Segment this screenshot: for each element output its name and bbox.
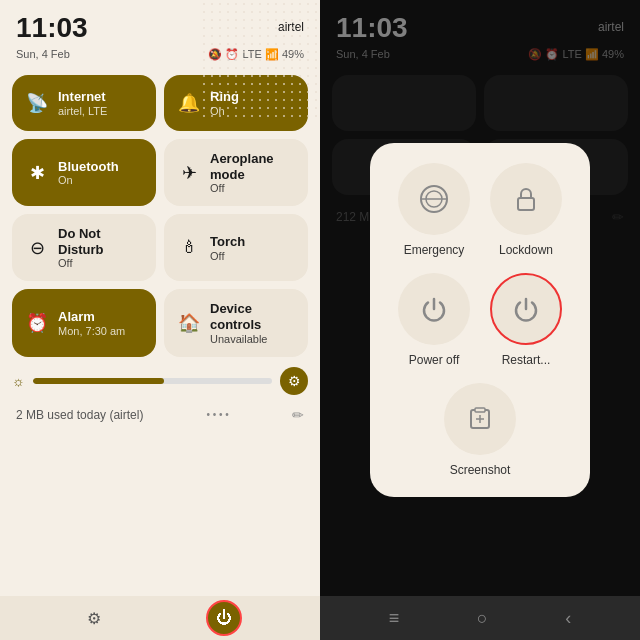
power-menu: Emergency Lockdown	[370, 143, 590, 497]
brightness-icon: ☼	[12, 373, 25, 389]
quick-tiles: 📡 Internet airtel, LTE 🔔 Ring On ✱ Bluet…	[0, 69, 320, 363]
screenshot-label: Screenshot	[450, 463, 511, 477]
tile-alarm-title: Alarm	[58, 309, 125, 325]
aeroplane-icon: ✈	[178, 162, 200, 184]
emergency-circle	[398, 163, 470, 235]
left-status-icons: 🔕 ⏰ LTE 📶 49%	[208, 48, 304, 61]
left-settings-button[interactable]: ⚙	[79, 603, 109, 633]
left-bottom-nav: ⚙ ⏻	[0, 596, 320, 640]
tile-aeroplane[interactable]: ✈ Aeroplane mode Off	[164, 139, 308, 206]
data-usage-row: 2 MB used today (airtel) • • • • ✏	[0, 399, 320, 431]
right-back-icon[interactable]: ‹	[565, 608, 571, 629]
lockdown-circle	[490, 163, 562, 235]
bluetooth-icon: ✱	[26, 162, 48, 184]
svg-rect-5	[475, 408, 485, 412]
brightness-row: ☼ ⚙	[0, 363, 320, 399]
tile-bluetooth-title: Bluetooth	[58, 159, 119, 175]
lockdown-label: Lockdown	[499, 243, 553, 257]
power-menu-overlay: Emergency Lockdown	[320, 0, 640, 640]
left-power-button[interactable]: ⏻	[206, 600, 242, 636]
alarm-icon: ⏰	[26, 312, 48, 334]
tile-bluetooth[interactable]: ✱ Bluetooth On	[12, 139, 156, 206]
left-time: 11:03	[16, 14, 88, 42]
tile-torch[interactable]: 🕯 Torch Off	[164, 214, 308, 281]
brightness-settings-button[interactable]: ⚙	[280, 367, 308, 395]
emergency-label: Emergency	[404, 243, 465, 257]
data-edit-icon[interactable]: ✏	[292, 407, 304, 423]
poweroff-circle	[398, 273, 470, 345]
tile-torch-subtitle: Off	[210, 250, 245, 262]
device-controls-icon: 🏠	[178, 312, 200, 334]
tile-torch-title: Torch	[210, 234, 245, 250]
brightness-bar[interactable]	[33, 378, 272, 384]
right-bottom-nav: ≡ ○ ‹	[320, 596, 640, 640]
dnd-icon: ⊖	[26, 237, 48, 259]
power-menu-item-restart[interactable]: Restart...	[490, 273, 562, 367]
poweroff-label: Power off	[409, 353, 459, 367]
internet-icon: 📡	[26, 92, 48, 114]
tile-dnd-title: Do Not Disturb	[58, 226, 142, 257]
tile-aeroplane-title: Aeroplane mode	[210, 151, 294, 182]
power-menu-top-row: Emergency Lockdown	[398, 163, 562, 257]
left-date-row: Sun, 4 Feb 🔕 ⏰ LTE 📶 49%	[0, 46, 320, 69]
right-home-icon[interactable]: ○	[477, 608, 488, 629]
tile-aeroplane-subtitle: Off	[210, 182, 294, 194]
tile-ring[interactable]: 🔔 Ring On	[164, 75, 308, 131]
data-usage-text: 2 MB used today (airtel)	[16, 408, 143, 422]
power-menu-item-screenshot[interactable]: Screenshot	[444, 383, 516, 477]
power-menu-bottom-row: Screenshot	[444, 383, 516, 477]
tile-internet-title: Internet	[58, 89, 107, 105]
tile-internet-subtitle: airtel, LTE	[58, 105, 107, 117]
torch-icon: 🕯	[178, 237, 200, 258]
ring-icon: 🔔	[178, 92, 200, 114]
tile-alarm[interactable]: ⏰ Alarm Mon, 7:30 am	[12, 289, 156, 356]
power-menu-item-lockdown[interactable]: Lockdown	[490, 163, 562, 257]
right-recent-icon[interactable]: ≡	[389, 608, 400, 629]
left-top-bar: 11:03 airtel	[0, 0, 320, 46]
data-dots: • • • •	[207, 409, 229, 420]
tile-internet[interactable]: 📡 Internet airtel, LTE	[12, 75, 156, 131]
right-panel: 11:03 airtel Sun, 4 Feb 🔕 ⏰ LTE 📶 49% 21…	[320, 0, 640, 640]
screenshot-circle	[444, 383, 516, 455]
restart-circle	[490, 273, 562, 345]
left-date: Sun, 4 Feb	[16, 48, 70, 61]
tile-alarm-subtitle: Mon, 7:30 am	[58, 325, 125, 337]
brightness-fill	[33, 378, 165, 384]
restart-label: Restart...	[502, 353, 551, 367]
power-menu-item-emergency[interactable]: Emergency	[398, 163, 470, 257]
svg-rect-3	[518, 198, 534, 210]
power-menu-middle-row: Power off Restart...	[398, 273, 562, 367]
tile-dnd-subtitle: Off	[58, 257, 142, 269]
tile-device-controls[interactable]: 🏠 Device controls Unavailable	[164, 289, 308, 356]
tile-ring-subtitle: On	[210, 105, 239, 117]
tile-device-controls-subtitle: Unavailable	[210, 333, 294, 345]
tile-dnd[interactable]: ⊖ Do Not Disturb Off	[12, 214, 156, 281]
power-menu-item-poweroff[interactable]: Power off	[398, 273, 470, 367]
tile-ring-title: Ring	[210, 89, 239, 105]
left-panel: 11:03 airtel Sun, 4 Feb 🔕 ⏰ LTE 📶 49% 📡 …	[0, 0, 320, 640]
tile-bluetooth-subtitle: On	[58, 174, 119, 186]
tile-device-controls-title: Device controls	[210, 301, 294, 332]
left-carrier: airtel	[278, 14, 304, 34]
